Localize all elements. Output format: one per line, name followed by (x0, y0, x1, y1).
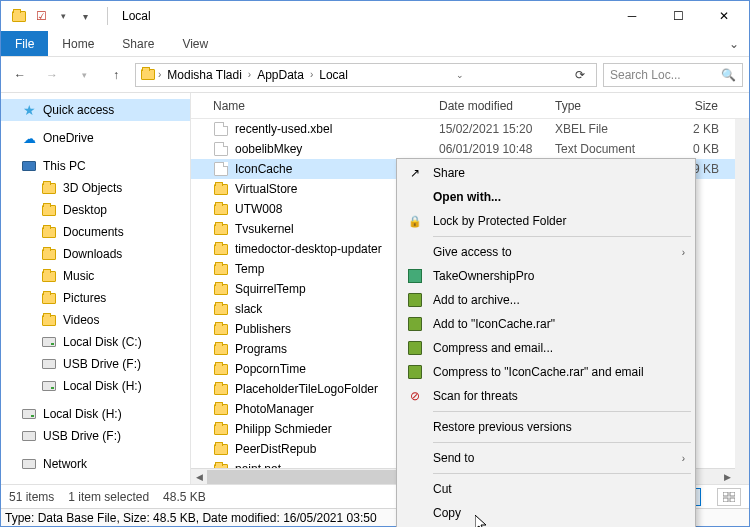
breadcrumb-segment[interactable]: Local (319, 68, 348, 82)
cm-label: Open with... (433, 190, 501, 204)
column-type[interactable]: Type (547, 93, 667, 118)
folder-icon (213, 181, 229, 197)
cm-share[interactable]: Share (399, 161, 693, 185)
nav-network[interactable]: Network (1, 453, 190, 475)
up-button[interactable]: ↑ (103, 62, 129, 88)
properties-icon[interactable]: ☑ (33, 8, 49, 24)
recent-dropdown-icon[interactable]: ▾ (71, 62, 97, 88)
qat-dropdown-icon[interactable]: ▾ (55, 8, 71, 24)
ribbon-tab-share[interactable]: Share (108, 31, 168, 56)
file-name: PhotoManager (235, 402, 314, 416)
chevron-right-icon: › (682, 453, 685, 464)
ribbon-tab-home[interactable]: Home (48, 31, 108, 56)
nav-label: Downloads (63, 247, 122, 261)
nav-item[interactable]: Pictures (1, 287, 190, 309)
folder-icon (41, 202, 57, 218)
chevron-right-icon[interactable]: › (156, 69, 163, 80)
refresh-icon[interactable]: ⟳ (568, 64, 592, 86)
title-separator (107, 7, 108, 25)
network-icon (21, 456, 37, 472)
breadcrumb-segment[interactable]: Modisha Tladi (167, 68, 241, 82)
cm-label: Restore previous versions (433, 420, 572, 434)
cm-separator (433, 473, 691, 474)
nav-label: 3D Objects (63, 181, 122, 195)
nav-label: Local Disk (C:) (63, 335, 142, 349)
nav-item[interactable]: Desktop (1, 199, 190, 221)
ribbon-expand-icon[interactable]: ⌄ (719, 31, 749, 56)
maximize-button[interactable]: ☐ (655, 1, 701, 31)
nav-label: This PC (43, 159, 86, 173)
cm-add-archive[interactable]: Add to archive... (399, 288, 693, 312)
folder-icon (41, 268, 57, 284)
back-button[interactable]: ← (7, 62, 33, 88)
folder-icon (140, 67, 156, 83)
breadcrumb[interactable]: Modisha Tladi (163, 64, 245, 86)
nav-quick-access[interactable]: ★ Quick access (1, 99, 190, 121)
forward-button[interactable]: → (39, 62, 65, 88)
address-bar[interactable]: › Modisha Tladi › AppData › Local ⌄ ⟳ (135, 63, 597, 87)
ribbon-tab-file[interactable]: File (1, 31, 48, 56)
close-button[interactable]: ✕ (701, 1, 747, 31)
nav-label: OneDrive (43, 131, 94, 145)
chevron-right-icon[interactable]: › (246, 69, 253, 80)
cm-label: TakeOwnershipPro (433, 269, 534, 283)
cm-compress-rar-email[interactable]: Compress to "IconCache.rar" and email (399, 360, 693, 384)
table-row[interactable]: oobelibMkey06/01/2019 10:48Text Document… (191, 139, 749, 159)
cm-add-rar[interactable]: Add to "IconCache.rar" (399, 312, 693, 336)
cm-lock[interactable]: Lock by Protected Folder (399, 209, 693, 233)
nav-item[interactable]: Documents (1, 221, 190, 243)
pc-icon (21, 158, 37, 174)
folder-icon (213, 321, 229, 337)
drive-icon (41, 334, 57, 350)
cm-open-with[interactable]: Open with... (399, 185, 693, 209)
nav-this-pc[interactable]: This PC (1, 155, 190, 177)
nav-drive[interactable]: Local Disk (H:) (1, 403, 190, 425)
ribbon-tab-view[interactable]: View (168, 31, 222, 56)
file-icon (213, 121, 229, 137)
file-name: PopcornTime (235, 362, 306, 376)
column-name[interactable]: Name (191, 93, 431, 118)
nav-item[interactable]: 3D Objects (1, 177, 190, 199)
nav-onedrive[interactable]: ☁ OneDrive (1, 127, 190, 149)
column-date[interactable]: Date modified (431, 93, 547, 118)
scroll-right-icon[interactable]: ▶ (719, 469, 735, 485)
cm-takeowner[interactable]: TakeOwnershipPro (399, 264, 693, 288)
view-large-icons-button[interactable] (717, 488, 741, 506)
cm-restore[interactable]: Restore previous versions (399, 415, 693, 439)
cm-compress-email[interactable]: Compress and email... (399, 336, 693, 360)
status-size: 48.5 KB (163, 490, 206, 504)
nav-drive[interactable]: USB Drive (F:) (1, 425, 190, 447)
nav-drive[interactable]: USB Drive (F:) (1, 353, 190, 375)
minimize-button[interactable]: ─ (609, 1, 655, 31)
cm-label: Cut (433, 482, 452, 496)
overflow-icon[interactable]: ▾ (77, 8, 93, 24)
column-headers: Name Date modified Type Size (191, 93, 749, 119)
search-input[interactable]: Search Loc... 🔍 (603, 63, 743, 87)
folder-icon (213, 341, 229, 357)
breadcrumb[interactable]: AppData (253, 64, 308, 86)
cm-send-to[interactable]: Send to› (399, 446, 693, 470)
cm-label: Give access to (433, 245, 512, 259)
lock-icon (407, 213, 423, 229)
file-size: 0 KB (667, 142, 727, 156)
cm-cut[interactable]: Cut (399, 477, 693, 501)
cm-copy[interactable]: Copy (399, 501, 693, 525)
folder-icon (213, 301, 229, 317)
address-dropdown-icon[interactable]: ⌄ (448, 64, 472, 86)
column-size[interactable]: Size (667, 93, 727, 118)
cm-scan[interactable]: Scan for threats (399, 384, 693, 408)
cm-give-access[interactable]: Give access to› (399, 240, 693, 264)
nav-drive[interactable]: Local Disk (C:) (1, 331, 190, 353)
nav-item[interactable]: Downloads (1, 243, 190, 265)
nav-item[interactable]: Videos (1, 309, 190, 331)
chevron-right-icon[interactable]: › (308, 69, 315, 80)
scroll-left-icon[interactable]: ◀ (191, 469, 207, 485)
table-row[interactable]: recently-used.xbel15/02/2021 15:20XBEL F… (191, 119, 749, 139)
breadcrumb[interactable]: Local (315, 64, 352, 86)
nav-drive[interactable]: Local Disk (H:) (1, 375, 190, 397)
navigation-pane[interactable]: ★ Quick access ☁ OneDrive This PC 3D Obj… (1, 93, 191, 484)
breadcrumb-segment[interactable]: AppData (257, 68, 304, 82)
folder-icon (213, 261, 229, 277)
vertical-scrollbar[interactable] (735, 119, 749, 468)
nav-item[interactable]: Music (1, 265, 190, 287)
